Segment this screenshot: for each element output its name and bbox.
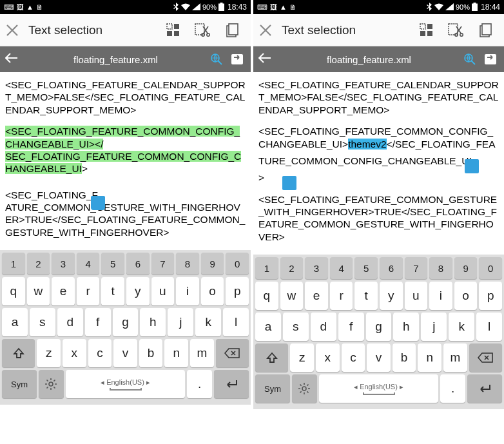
key-l[interactable]: l [223,308,249,336]
key-l[interactable]: l [476,313,502,341]
key-p[interactable]: p [226,277,249,305]
key-0[interactable]: 0 [226,253,249,275]
key-5[interactable]: 5 [101,253,124,275]
key-m[interactable]: m [190,339,214,367]
select-all-icon[interactable] [414,17,440,43]
key-3[interactable]: 3 [305,257,328,279]
backspace-key[interactable] [216,339,249,367]
key-r[interactable]: r [330,282,353,310]
key-8[interactable]: 8 [429,257,452,279]
key-t[interactable]: t [101,277,124,305]
selection-handle-icon[interactable] [91,196,105,210]
key-f[interactable]: f [338,313,364,341]
key-k[interactable]: k [449,313,474,341]
backspace-key[interactable] [469,343,502,372]
key-1[interactable]: 1 [2,253,25,275]
back-icon[interactable] [5,53,23,66]
key-2[interactable]: 2 [27,253,50,275]
key-n[interactable]: n [164,339,188,367]
sym-key[interactable]: Sym [255,374,290,403]
key-d[interactable]: d [311,313,336,341]
xml-block-1[interactable]: <SEC_FLOATING_FEATURE_CALENDAR_SUPPORT_M… [258,79,499,116]
enter-key[interactable] [467,374,502,403]
selected-text[interactable]: themev2 [348,139,386,150]
key-2[interactable]: 2 [280,257,304,279]
xml-block-3[interactable]: <SEC_FLOATING_FATURE_COMMON_GESTURE_WITH… [5,184,246,239]
key-4[interactable]: 4 [77,253,100,275]
key-h[interactable]: h [140,308,166,336]
key-s[interactable]: s [283,313,309,341]
key-f[interactable]: f [85,308,111,336]
selection-handle-right-icon[interactable] [282,176,296,190]
key-b[interactable]: b [139,339,163,367]
xml-block-2[interactable]: <SEC_FLOATING_FEATURE_COMMON_CONFIG_CHAN… [5,125,246,175]
key-w[interactable]: w [280,282,304,310]
key-e[interactable]: e [305,282,328,310]
key-i[interactable]: i [176,277,199,305]
key-a[interactable]: a [255,313,281,341]
key-m[interactable]: m [443,343,467,372]
space-key[interactable]: ◂ English(US) ▸ [66,370,186,398]
key-4[interactable]: 4 [330,257,353,279]
key-z[interactable]: z [37,339,61,367]
key-o[interactable]: o [454,282,478,310]
key-q[interactable]: q [2,277,25,305]
key-t[interactable]: t [354,282,378,310]
sym-key[interactable]: Sym [2,370,37,398]
key-s[interactable]: s [30,308,55,336]
settings-key[interactable] [292,374,317,403]
editor-content[interactable]: <SEC_FLOATING_FEATURE_CALENDAR_SUPPORT_M… [0,72,251,250]
key-y[interactable]: y [380,282,403,310]
close-icon[interactable] [5,23,26,37]
cut-icon[interactable] [190,17,216,43]
back-icon[interactable] [258,53,276,66]
key-w[interactable]: w [27,277,50,305]
enter-key[interactable] [214,370,249,398]
select-all-icon[interactable] [160,17,186,43]
key-y[interactable]: y [126,277,150,305]
settings-key[interactable] [39,370,64,398]
copy-icon[interactable] [473,17,499,43]
key-3[interactable]: 3 [52,253,75,275]
close-icon[interactable] [258,23,279,37]
key-x[interactable]: x [63,339,86,367]
editor-content[interactable]: <SEC_FLOATING_FEATURE_CALENDAR_SUPPORT_M… [253,72,504,255]
key-n[interactable]: n [418,343,441,372]
key-v[interactable]: v [113,339,137,367]
key-9[interactable]: 9 [201,253,224,275]
shift-key[interactable] [2,339,35,367]
key-u[interactable]: u [151,277,175,305]
key-8[interactable]: 8 [176,253,199,275]
dot-key[interactable]: . [187,370,212,398]
key-e[interactable]: e [52,277,75,305]
key-p[interactable]: p [479,282,502,310]
goto-icon[interactable] [229,51,246,68]
key-6[interactable]: 6 [380,257,403,279]
key-1[interactable]: 1 [255,257,278,279]
key-6[interactable]: 6 [126,253,150,275]
key-g[interactable]: g [113,308,139,336]
key-v[interactable]: v [367,343,391,372]
selection-handle-left-icon[interactable] [465,159,479,173]
space-key[interactable]: ◂ English(US) ▸ [319,374,439,403]
key-j[interactable]: j [421,313,447,341]
key-b[interactable]: b [393,343,416,372]
xml-block-1[interactable]: <SEC_FLOATING_FEATURE_CALENDAR_SUPPORT_M… [5,79,246,116]
cut-icon[interactable] [443,17,469,43]
key-5[interactable]: 5 [354,257,378,279]
dot-key[interactable]: . [440,374,465,403]
key-7[interactable]: 7 [405,257,428,279]
copy-icon[interactable] [220,17,246,43]
key-0[interactable]: 0 [479,257,502,279]
key-d[interactable]: d [57,308,83,336]
key-u[interactable]: u [405,282,428,310]
selection-highlight[interactable]: <SEC_FLOATING_FEATURE_COMMON_CONFIG_CHAN… [5,126,240,149]
xml-block-2[interactable]: <SEC_FLOATING_FEATURE_COMMON_CONFIG_CHAN… [258,125,499,184]
key-k[interactable]: k [195,308,221,336]
key-r[interactable]: r [77,277,100,305]
web-search-icon[interactable] [461,51,478,68]
key-7[interactable]: 7 [151,253,175,275]
key-x[interactable]: x [316,343,340,372]
key-h[interactable]: h [393,313,419,341]
key-g[interactable]: g [366,313,392,341]
